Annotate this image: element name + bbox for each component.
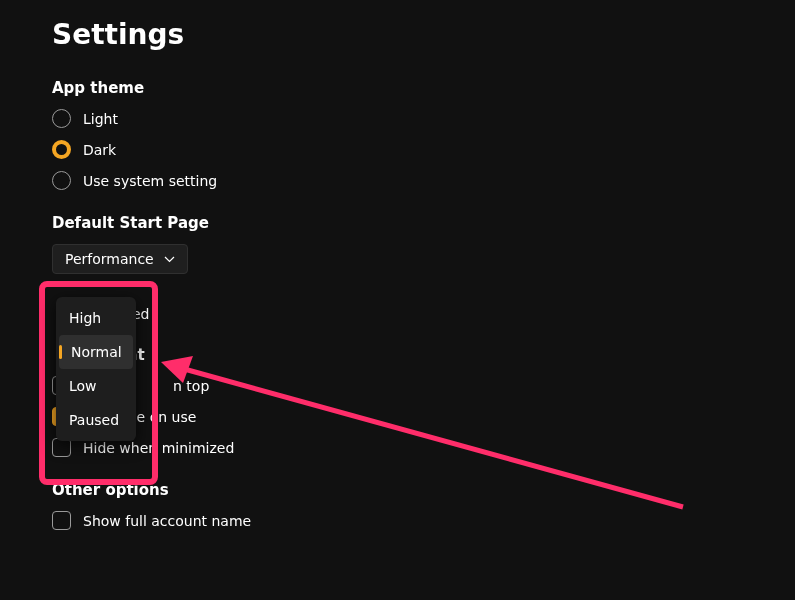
update-speed-section: ate speed [52,306,743,322]
show-full-account-name-checkbox[interactable]: Show full account name [52,511,743,530]
app-theme-heading: App theme [52,79,743,97]
chevron-down-icon [164,254,175,265]
page-title: Settings [52,18,743,51]
dropdown-item-high-label: High [69,310,101,326]
app-theme-section: App theme Light Dark Use system setting [52,79,743,190]
start-page-dropdown[interactable]: Performance [52,244,188,274]
dropdown-item-normal-label: Normal [69,344,122,360]
theme-system-radio[interactable]: Use system setting [52,171,743,190]
theme-system-label: Use system setting [83,173,217,189]
update-speed-heading-partial: ate speed [52,306,743,322]
hide-when-minimized-checkbox[interactable]: Hide when minimized [52,438,743,457]
window-management-section: gement n top Minimize on use Hide when m… [52,346,743,457]
start-page-section: Default Start Page Performance [52,214,743,274]
minimize-on-use-checkbox[interactable]: Minimize on use [52,407,743,426]
dropdown-item-low[interactable]: Low [59,369,133,403]
other-options-section: Other options Show full account name [52,481,743,530]
show-full-account-name-label: Show full account name [83,513,251,529]
radio-icon [52,171,71,190]
start-page-heading: Default Start Page [52,214,743,232]
dropdown-item-paused-label: Paused [69,412,119,428]
theme-light-radio[interactable]: Light [52,109,743,128]
update-speed-dropdown-flyout: High Normal Low Paused [56,297,136,441]
theme-dark-label: Dark [83,142,116,158]
dropdown-item-low-label: Low [69,378,97,394]
dropdown-item-normal[interactable]: Normal [59,335,133,369]
radio-icon-selected [52,140,71,159]
always-on-top-checkbox[interactable]: n top [52,376,743,395]
checkbox-icon [52,511,71,530]
hide-when-minimized-label: Hide when minimized [83,440,234,456]
radio-icon [52,109,71,128]
window-management-heading-partial: gement [52,346,743,364]
dropdown-item-high[interactable]: High [59,301,133,335]
theme-light-label: Light [83,111,118,127]
other-options-heading: Other options [52,481,743,499]
theme-dark-radio[interactable]: Dark [52,140,743,159]
start-page-value: Performance [65,251,154,267]
dropdown-item-paused[interactable]: Paused [59,403,133,437]
